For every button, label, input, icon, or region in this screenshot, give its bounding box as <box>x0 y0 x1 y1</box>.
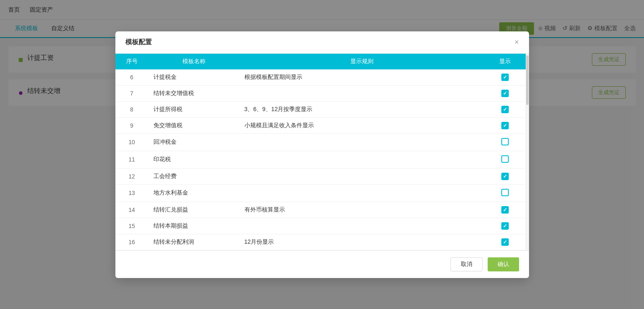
col-header-name: 模板名称 <box>148 54 239 69</box>
cell-check-10: ✓ <box>484 234 526 250</box>
table-row: 15结转本期损益✓ <box>115 218 526 234</box>
scroll-track <box>526 54 529 250</box>
cell-id-3: 9 <box>115 117 148 133</box>
template-config-dialog: 模板配置 × 序号 模板名称 显示规则 显示 <box>115 31 529 278</box>
dialog-body: 序号 模板名称 显示规则 显示 6计提税金根据模板配置期间显示✓7结转未交增值税… <box>115 54 529 250</box>
dialog-overlay: 模板配置 × 序号 模板名称 显示规则 显示 <box>0 0 644 309</box>
checkbox-0[interactable]: ✓ <box>501 74 509 81</box>
cell-check-8: ✓ <box>484 202 526 218</box>
table-row: 8计提所得税3、6、9、12月按季度显示✓ <box>115 101 526 117</box>
cell-name-2: 计提所得税 <box>148 101 239 117</box>
cell-id-5: 11 <box>115 151 148 168</box>
checkbox-1[interactable]: ✓ <box>501 90 509 97</box>
cell-rule-4 <box>239 133 484 151</box>
config-table: 序号 模板名称 显示规则 显示 6计提税金根据模板配置期间显示✓7结转未交增值税… <box>115 54 526 250</box>
cell-name-5: 印花税 <box>148 151 239 168</box>
checkbox-6[interactable]: ✓ <box>501 173 509 180</box>
cell-check-1: ✓ <box>484 85 526 101</box>
checkbox-10[interactable]: ✓ <box>501 238 509 246</box>
cell-name-3: 免交增值税 <box>148 117 239 133</box>
cell-check-3: ✓ <box>484 117 526 133</box>
checkbox-8[interactable]: ✓ <box>501 206 509 214</box>
cell-rule-1 <box>239 85 484 101</box>
checkbox-7[interactable] <box>501 189 509 196</box>
check-mark-3: ✓ <box>503 123 507 128</box>
cell-check-4 <box>484 133 526 151</box>
table-row: 9免交增值税小规模且满足收入条件显示✓ <box>115 117 526 133</box>
dialog-footer: 取消 确认 <box>115 250 529 278</box>
checkbox-4[interactable] <box>501 138 509 145</box>
cell-id-7: 13 <box>115 184 148 202</box>
table-body: 6计提税金根据模板配置期间显示✓7结转未交增值税✓8计提所得税3、6、9、12月… <box>115 69 526 250</box>
cell-check-6: ✓ <box>484 168 526 184</box>
cell-rule-2: 3、6、9、12月按季度显示 <box>239 101 484 117</box>
cell-id-8: 14 <box>115 202 148 218</box>
table-row: 12工会经费✓ <box>115 168 526 184</box>
cell-name-7: 地方水利基金 <box>148 184 239 202</box>
checkbox-2[interactable]: ✓ <box>501 106 509 113</box>
checkbox-3[interactable]: ✓ <box>501 122 509 129</box>
cell-rule-0: 根据模板配置期间显示 <box>239 69 484 86</box>
table-row: 11印花税 <box>115 151 526 168</box>
cell-id-10: 16 <box>115 234 148 250</box>
table-row: 16结转未分配利润12月份显示✓ <box>115 234 526 250</box>
table-row: 10回冲税金 <box>115 133 526 151</box>
cell-name-9: 结转本期损益 <box>148 218 239 234</box>
dialog-header: 模板配置 × <box>115 31 529 54</box>
cell-check-2: ✓ <box>484 101 526 117</box>
table-row: 14结转汇兑损益有外币核算显示✓ <box>115 202 526 218</box>
cell-id-4: 10 <box>115 133 148 151</box>
table-row: 13地方水利基金 <box>115 184 526 202</box>
cell-id-2: 8 <box>115 101 148 117</box>
table-scroll-area[interactable]: 序号 模板名称 显示规则 显示 6计提税金根据模板配置期间显示✓7结转未交增值税… <box>115 54 526 250</box>
cell-name-10: 结转未分配利润 <box>148 234 239 250</box>
cell-id-1: 7 <box>115 85 148 101</box>
cell-id-0: 6 <box>115 69 148 86</box>
cell-name-0: 计提税金 <box>148 69 239 86</box>
col-header-display: 显示 <box>484 54 526 69</box>
cell-rule-7 <box>239 184 484 202</box>
check-mark-10: ✓ <box>503 239 507 245</box>
check-mark-6: ✓ <box>503 174 507 179</box>
cell-name-8: 结转汇兑损益 <box>148 202 239 218</box>
check-mark-1: ✓ <box>503 90 507 96</box>
dialog-title: 模板配置 <box>125 38 152 47</box>
checkbox-5[interactable] <box>501 155 509 163</box>
dialog-close-button[interactable]: × <box>515 38 519 46</box>
table-row: 6计提税金根据模板配置期间显示✓ <box>115 69 526 86</box>
table-header: 序号 模板名称 显示规则 显示 <box>115 54 526 69</box>
check-mark-8: ✓ <box>503 207 507 213</box>
cell-rule-8: 有外币核算显示 <box>239 202 484 218</box>
scroll-thumb[interactable] <box>526 55 529 105</box>
cell-rule-10: 12月份显示 <box>239 234 484 250</box>
cell-rule-6 <box>239 168 484 184</box>
cell-check-0: ✓ <box>484 69 526 86</box>
col-header-rule: 显示规则 <box>239 54 484 69</box>
table-row: 7结转未交增值税✓ <box>115 85 526 101</box>
cell-rule-3: 小规模且满足收入条件显示 <box>239 117 484 133</box>
cell-name-6: 工会经费 <box>148 168 239 184</box>
cell-id-6: 12 <box>115 168 148 184</box>
cell-rule-9 <box>239 218 484 234</box>
confirm-button[interactable]: 确认 <box>488 257 519 271</box>
cell-check-9: ✓ <box>484 218 526 234</box>
cell-rule-5 <box>239 151 484 168</box>
col-header-id: 序号 <box>115 54 148 69</box>
cell-check-7 <box>484 184 526 202</box>
check-mark-9: ✓ <box>503 223 507 229</box>
check-mark-0: ✓ <box>503 74 507 80</box>
cell-name-4: 回冲税金 <box>148 133 239 151</box>
cell-check-5 <box>484 151 526 168</box>
check-mark-2: ✓ <box>503 107 507 112</box>
cell-name-1: 结转未交增值税 <box>148 85 239 101</box>
checkbox-9[interactable]: ✓ <box>501 222 509 230</box>
cell-id-9: 15 <box>115 218 148 234</box>
cancel-button[interactable]: 取消 <box>450 257 483 271</box>
